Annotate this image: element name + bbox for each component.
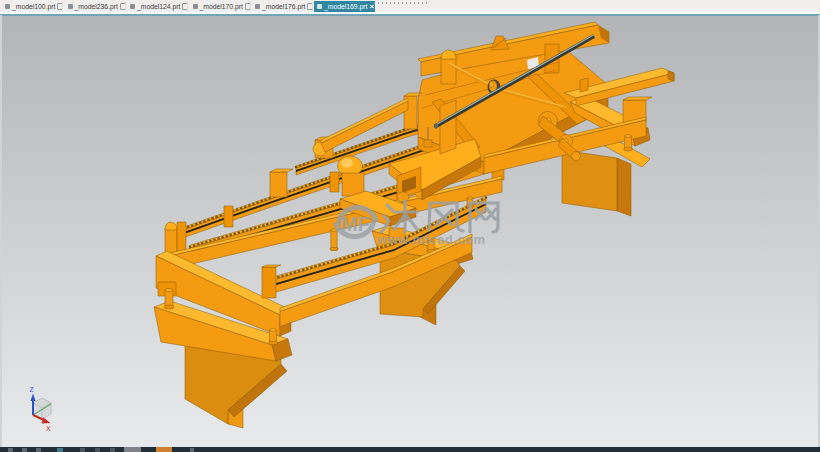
svg-text:Z: Z: [30, 386, 35, 393]
svg-text:www.mfcad.com: www.mfcad.com: [376, 232, 486, 247]
svg-text:MF: MF: [341, 213, 370, 235]
svg-text:X: X: [46, 425, 51, 432]
